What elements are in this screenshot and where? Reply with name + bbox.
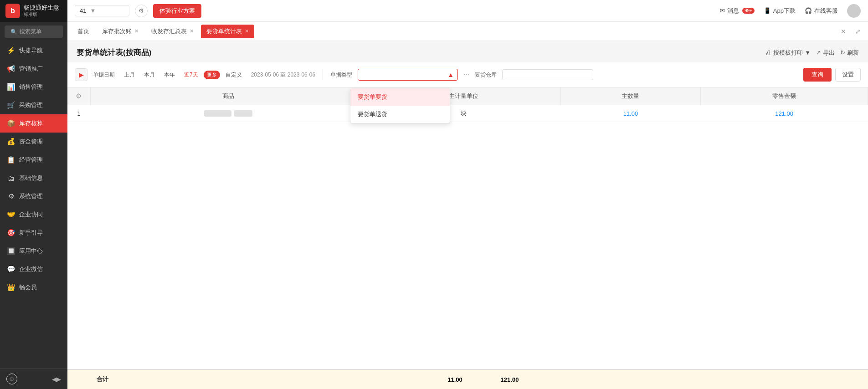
tab-summary[interactable]: 收发存汇总表 ✕ [146, 25, 199, 38]
date-btn-this-year[interactable]: 本年 [160, 70, 179, 80]
tab-close-icon[interactable]: ✕ [134, 28, 139, 34]
sidebar-item-system[interactable]: ⚙ 系统管理 [0, 187, 67, 205]
data-table: ⚙ 商品 主计量单位 主数量 零售金额 1 [67, 87, 868, 122]
logo-text-block: 畅捷通好生意 标准版 [24, 4, 59, 18]
sidebar-item-appcenter[interactable]: 🔲 应用中心 [0, 242, 67, 260]
date-quick-buttons: 上月 本月 本年 近7天 更多 自定义 [120, 70, 246, 80]
sidebar-item-operations[interactable]: 📋 经营管理 [0, 151, 67, 169]
type-dropdown-arrow[interactable]: ▲ [447, 71, 454, 78]
app-version: 标准版 [24, 11, 59, 18]
sidebar-item-sales[interactable]: 📊 销售管理 [0, 78, 67, 96]
date-btn-last-7-days[interactable]: 近7天 [180, 70, 202, 80]
table-settings-icon[interactable]: ⚙ [76, 92, 82, 100]
app-download-action[interactable]: 📱 App下载 [764, 7, 796, 15]
tab-close-all-button[interactable]: ✕ [838, 26, 849, 37]
online-service-label: 在线客服 [814, 7, 838, 15]
tab-close-icon[interactable]: ✕ [190, 28, 194, 34]
sidebar-item-marketing[interactable]: 📢 营销推广 [0, 60, 67, 78]
company-name: 41 [80, 7, 86, 14]
app-download-icon: 📱 [764, 7, 771, 14]
date-btn-this-month[interactable]: 本月 [140, 70, 159, 80]
query-button[interactable]: 查询 [803, 68, 832, 82]
sidebar-item-label: 新手引导 [19, 229, 43, 237]
date-btn-last-month[interactable]: 上月 [120, 70, 139, 80]
sidebar-item-label: 采购管理 [19, 101, 43, 109]
topbar-settings-button[interactable]: ⚙ [135, 5, 148, 17]
page-title: 要货单统计表(按商品) [77, 47, 151, 58]
sidebar-item-guide[interactable]: 🎯 新手引导 [0, 224, 67, 242]
user-avatar[interactable] [847, 4, 861, 18]
search-icon: 🔍 [10, 29, 17, 35]
print-button[interactable]: 🖨 按模板打印 ▼ [765, 49, 811, 57]
type-filter-label: 单据类型 [330, 71, 352, 79]
sidebar-item-label: 企业协同 [19, 210, 43, 219]
warehouse-filter-input[interactable] [502, 69, 593, 80]
date-custom-button[interactable]: 自定义 [222, 70, 246, 80]
message-label: 消息 [727, 7, 739, 15]
sidebar-item-quick-nav[interactable]: ⚡ 快捷导航 [0, 41, 67, 60]
tabs-bar: 首页 库存批次账 ✕ 收发存汇总表 ✕ 要货单统计表 ✕ ✕ ⤢ [67, 22, 868, 41]
date-range-display: 2023-05-06 至 2023-06-06 [251, 71, 315, 79]
sidebar-item-finance[interactable]: 💰 资金管理 [0, 133, 67, 151]
message-action[interactable]: ✉ 消息 99+ [720, 7, 755, 15]
filter-more-button[interactable]: ··· [463, 71, 469, 79]
finance-icon: 💰 [6, 137, 15, 146]
sidebar-item-label: 基础信息 [19, 174, 43, 182]
tab-expand-button[interactable]: ⤢ [853, 26, 863, 37]
search-label: 搜索菜单 [20, 28, 41, 36]
sidebar-footer: ⚙ ◀▶ [0, 369, 67, 389]
quantity-link[interactable]: 11.00 [623, 110, 638, 117]
type-filter-input[interactable]: ▲ [358, 69, 458, 81]
tab-home[interactable]: 首页 [72, 25, 95, 38]
sidebar-item-member[interactable]: 👑 畅会员 [0, 278, 67, 297]
amount-link[interactable]: 121.00 [775, 110, 793, 117]
tab-order-stats[interactable]: 要货单统计表 ✕ [201, 25, 254, 38]
sidebar-item-label: 资金管理 [19, 138, 43, 146]
sidebar-search[interactable]: 🔍 搜索菜单 [5, 26, 63, 38]
sidebar-item-label: 应用中心 [19, 247, 43, 255]
company-dropdown-arrow: ▼ [90, 7, 96, 14]
setup-button[interactable]: 设置 [835, 68, 861, 82]
sidebar-item-label: 经营管理 [19, 156, 43, 164]
cell-seq: 1 [67, 105, 90, 122]
sidebar-item-inventory[interactable]: 📦 库存核算 [0, 114, 67, 133]
message-icon: ✉ [720, 7, 725, 14]
online-service-action[interactable]: 🎧 在线客服 [805, 7, 838, 15]
guide-icon: 🎯 [6, 228, 15, 237]
warehouse-input-field[interactable] [506, 72, 589, 78]
col-product: 商品 [90, 87, 367, 105]
sidebar-item-basic[interactable]: 🗂 基础信息 [0, 169, 67, 187]
company-selector[interactable]: 41 ▼ [75, 5, 129, 16]
tab-close-icon[interactable]: ✕ [245, 28, 249, 34]
sales-icon: 📊 [6, 82, 15, 92]
sidebar-item-label: 系统管理 [19, 192, 43, 200]
tab-inventory-batch[interactable]: 库存批次账 ✕ [97, 25, 144, 38]
refresh-button[interactable]: ↻ 刷新 [840, 49, 859, 57]
top-bar: 41 ▼ ⚙ 体验行业方案 ✉ 消息 99+ 📱 App下载 🎧 在线客服 [67, 0, 868, 22]
sidebar-item-enterprise[interactable]: 🤝 企业协同 [0, 205, 67, 224]
col-amount: 零售金额 [701, 87, 868, 105]
page-header-actions: 🖨 按模板打印 ▼ ↗ 导出 ↻ 刷新 [765, 49, 859, 57]
sidebar-item-wechat[interactable]: 💬 企业微信 [0, 260, 67, 278]
filter-divider [323, 69, 323, 80]
filter-bar: ▶ 单据日期 上月 本月 本年 近7天 更多 自定义 2023-05-06 至 … [67, 62, 868, 87]
online-service-icon: 🎧 [805, 7, 812, 14]
appcenter-icon: 🔲 [6, 246, 15, 256]
sidebar-item-purchase[interactable]: 🛒 采购管理 [0, 96, 67, 114]
trial-button[interactable]: 体验行业方案 [153, 4, 201, 18]
date-more-badge[interactable]: 更多 [204, 71, 220, 79]
export-button[interactable]: ↗ 导出 [816, 49, 835, 57]
product-name-cell [97, 110, 360, 117]
sidebar-collapse-button[interactable]: ◀▶ [52, 376, 61, 383]
summary-quantity: 11.00 [428, 376, 483, 383]
filter-expand-button[interactable]: ▶ [75, 68, 87, 81]
dropdown-option-return[interactable]: 要货单退货 [350, 106, 450, 123]
type-input-field[interactable] [362, 72, 447, 78]
refresh-icon: ↻ [840, 49, 845, 56]
wechat-icon: 💬 [6, 265, 15, 274]
sidebar-settings-button[interactable]: ⚙ [6, 374, 17, 384]
col-quantity: 主数量 [560, 87, 701, 105]
tab-label: 要货单统计表 [206, 27, 242, 36]
enterprise-icon: 🤝 [6, 210, 15, 219]
dropdown-option-order[interactable]: 要货单要货 [350, 88, 450, 106]
